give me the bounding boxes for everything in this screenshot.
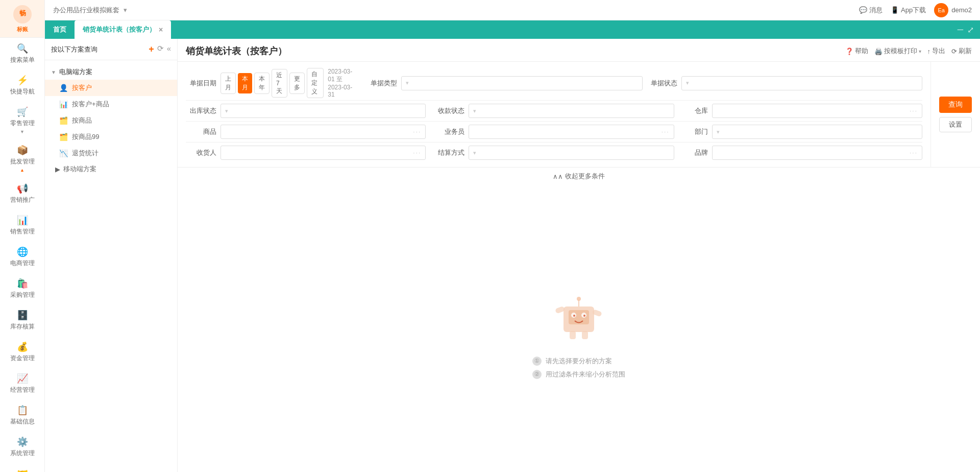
payment-method-select[interactable]: ▾ <box>469 146 674 160</box>
warehouse-input[interactable]: ··· <box>712 104 922 118</box>
date-tab-last7[interactable]: 近7天 <box>272 69 287 98</box>
tab-minimize-icon[interactable]: ─ <box>958 25 963 34</box>
message-icon: 💬 <box>859 6 867 14</box>
filter-cell-goods: 商品 ··· <box>186 125 426 139</box>
page-title: 销货单统计表（按客户） <box>186 45 287 57</box>
tree-group-desktop-header[interactable]: ▼ 电脑端方案 <box>45 64 177 80</box>
tree-group-desktop-label: 电脑端方案 <box>59 67 92 77</box>
date-label: 单据日期 <box>186 79 216 88</box>
logo-text: 标账 <box>17 26 28 33</box>
filter-cell-payment: 收款状态 ▾ <box>434 104 674 118</box>
date-tab-this-year[interactable]: 本年 <box>254 73 270 94</box>
tree-group-mobile-header[interactable]: ▶ 移动端方案 <box>45 161 177 177</box>
template-print-btn[interactable]: 🖨️ 按模板打印 ▾ <box>874 46 921 56</box>
payment-arrow-icon: ▾ <box>473 108 476 114</box>
doc-type-select[interactable]: ▾ <box>401 76 642 90</box>
tip-text-2: 用过滤条件来缩小分析范围 <box>546 370 625 379</box>
marketing-icon: 📢 <box>17 183 28 194</box>
doc-type-row: 单据类型 ▾ <box>366 76 642 90</box>
tip-num-1: ① <box>532 357 542 366</box>
filter-cell-payment-method: 结算方式 ▾ <box>434 146 674 160</box>
retail-icon: 🛒 <box>17 106 28 117</box>
sidebar-item-wholesale[interactable]: 📦 批发管理 ▲ <box>0 139 44 178</box>
robot-svg <box>546 278 612 345</box>
sidebar-item-search[interactable]: 🔍 搜索菜单 <box>0 38 44 69</box>
tree-group-mobile: ▶ 移动端方案 <box>45 161 177 177</box>
sidebar-item-ecommerce[interactable]: 🌐 电商管理 <box>0 241 44 273</box>
empty-illustration <box>546 278 612 346</box>
settings-button[interactable]: 设置 <box>939 117 972 132</box>
collapse-bar[interactable]: ∧∧ 收起更多条件 <box>178 168 980 185</box>
brand-input[interactable]: ··· <box>712 146 922 160</box>
goods-input[interactable]: ··· <box>220 125 426 139</box>
help-btn[interactable]: ❓ 帮助 <box>845 46 868 56</box>
sidebar: 畅 标账 🔍 搜索菜单 ⚡ 快捷导航 🛒 零售管理 ▼ 📦 批发管理 ▲ 📢 营… <box>0 0 45 472</box>
sidebar-item-label: 电商管理 <box>10 259 35 268</box>
page-header-actions: ❓ 帮助 🖨️ 按模板打印 ▾ ↑ 导出 ⟳ 刷新 <box>845 46 972 56</box>
inventory-icon: 🗄️ <box>17 310 28 321</box>
receiver-input[interactable]: ··· <box>220 146 426 160</box>
operations-icon: 📈 <box>17 373 28 384</box>
username: demo2 <box>951 6 972 14</box>
doc-status-label: 单据状态 <box>647 79 677 88</box>
filter-cell-dept: 部门 ▾ <box>682 125 922 139</box>
sidebar-item-system[interactable]: ⚙️ 系统管理 <box>0 431 44 463</box>
collapse-panel-btn[interactable]: « <box>167 44 171 55</box>
empty-tip-2: ② 用过滤条件来缩小分析范围 <box>532 370 625 379</box>
sidebar-item-purchase[interactable]: 🛍️ 采购管理 <box>0 273 44 304</box>
user-info[interactable]: Ea demo2 <box>934 3 972 17</box>
dept-select[interactable]: ▾ <box>712 125 922 139</box>
export-btn[interactable]: ↑ 导出 <box>927 46 946 56</box>
date-tab-more[interactable]: 更多 <box>289 73 305 94</box>
date-range-text: 2023-03-01 至 2023-03-31 <box>328 68 358 98</box>
tree-item-label: 按客户+商品 <box>72 100 109 109</box>
help-icon: ❓ <box>845 48 853 55</box>
avatar-initials: Ea <box>938 7 945 13</box>
refresh-btn[interactable]: ⟳ 刷新 <box>951 46 972 56</box>
sidebar-item-quick-nav[interactable]: ⚡ 快捷导航 <box>0 69 44 101</box>
main-wrap: 办公用品行业模拟账套 ▾ 💬 消息 📱 App下载 Ea demo2 首页 <box>45 0 980 472</box>
tab-maximize-icon[interactable]: ⤢ <box>967 25 974 35</box>
sidebar-item-inventory[interactable]: 🗄️ 库存核算 <box>0 304 44 336</box>
message-btn[interactable]: 💬 消息 <box>859 6 883 15</box>
sidebar-item-basic[interactable]: 📋 基础信息 <box>0 399 44 431</box>
sidebar-item-sales[interactable]: 📊 销售管理 <box>0 209 44 241</box>
refresh-scheme-btn[interactable]: ⟳ <box>157 44 164 55</box>
doc-status-select[interactable]: ▾ <box>681 76 922 90</box>
outbound-arrow-icon: ▾ <box>225 108 228 114</box>
tree-group-mobile-label: 移动端方案 <box>63 164 96 174</box>
svg-point-7 <box>583 315 585 317</box>
date-tabs-row: 上月 本月 本年 近7天 更多 自定义 2023-03-01 至 2023-03… <box>220 68 358 98</box>
query-button[interactable]: 查询 <box>939 97 972 113</box>
tab-close-btn[interactable]: × <box>159 26 163 34</box>
tree-item-by-customer-goods[interactable]: 📊 按客户+商品 <box>45 96 177 112</box>
sidebar-item-marketing[interactable]: 📢 营销推广 <box>0 178 44 209</box>
outbound-select[interactable]: ▾ <box>220 104 426 118</box>
tree-item-returns[interactable]: 📉 退货统计 <box>45 145 177 161</box>
svg-point-6 <box>573 315 575 317</box>
dropdown-arrow-icon[interactable]: ▾ <box>124 6 127 14</box>
sidebar-item-operations[interactable]: 📈 经营管理 <box>0 368 44 399</box>
date-tab-last-month[interactable]: 上月 <box>220 73 236 94</box>
date-tab-this-month[interactable]: 本月 <box>238 73 252 93</box>
sidebar-item-label: 经营管理 <box>10 386 35 394</box>
empty-tip-1: ① 请先选择要分析的方案 <box>532 357 625 366</box>
tree-item-by-customer[interactable]: 👤 按客户 <box>45 80 177 96</box>
app-download-btn[interactable]: 📱 App下载 <box>891 6 926 15</box>
mobile-arrow-icon: ▶ <box>55 166 60 173</box>
payment-select[interactable]: ▾ <box>469 104 674 118</box>
date-tab-custom[interactable]: 自定义 <box>307 68 324 98</box>
tab-sales-stats[interactable]: 销货单统计表（按客户） × <box>75 20 171 39</box>
salesman-input[interactable]: ··· <box>469 125 674 139</box>
sidebar-item-finance[interactable]: 💰 资金管理 <box>0 336 44 368</box>
tab-home[interactable]: 首页 <box>45 20 75 39</box>
customer-goods-icon: 📊 <box>59 100 68 108</box>
tree-item-by-goods-99[interactable]: 🗂️ 按商品99 <box>45 129 177 145</box>
collapse-up-icon: ∧∧ <box>553 173 563 180</box>
add-scheme-btn[interactable]: + <box>149 44 154 55</box>
purchase-icon: 🛍️ <box>17 278 28 289</box>
sidebar-item-enterprise[interactable]: 🤝 企业协同 <box>0 463 44 472</box>
sidebar-item-retail[interactable]: 🛒 零售管理 ▼ <box>0 101 44 139</box>
svg-rect-10 <box>570 331 576 339</box>
tree-item-by-goods[interactable]: 🗂️ 按商品 <box>45 112 177 129</box>
